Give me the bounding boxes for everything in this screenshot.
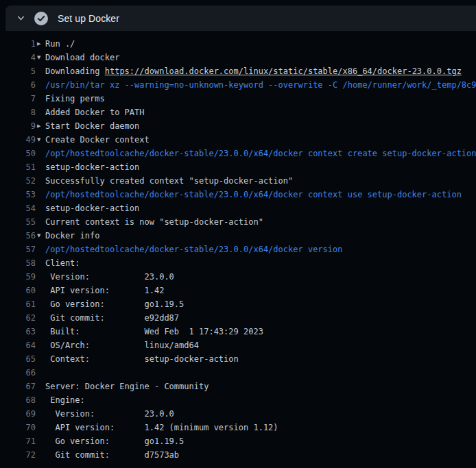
line-number[interactable]: 55 xyxy=(11,215,36,229)
line-number[interactable]: 63 xyxy=(11,325,36,338)
line-number[interactable]: 58 xyxy=(11,256,36,270)
log-text: Added Docker to PATH xyxy=(45,108,145,117)
log-text: API version: 1.42 (minimum version 1.12) xyxy=(45,423,278,432)
log-text: Server: Docker Engine - Community xyxy=(45,382,209,391)
log-text: Git commit: d7573ab xyxy=(45,450,179,460)
line-content: Go version: go1.19.5 xyxy=(45,434,184,448)
line-content: /usr/bin/tar xz --warning=no-unknown-key… xyxy=(45,78,476,92)
log-text: Current context is now "setup-docker-act… xyxy=(45,217,263,227)
log-line: 72 Git commit: d7573ab xyxy=(0,448,476,462)
line-number[interactable]: 71 xyxy=(11,434,36,448)
log-link[interactable]: https://download.docker.com/linux/static… xyxy=(105,66,462,76)
line-number[interactable]: 66 xyxy=(11,366,36,380)
line-number[interactable]: 50 xyxy=(11,147,36,160)
log-line: 61 Go version: go1.19.5 xyxy=(0,297,476,311)
line-number[interactable]: 65 xyxy=(11,352,36,366)
line-content: Git commit: e92dd87 xyxy=(45,311,179,325)
group-collapsed-icon: ▶ xyxy=(37,119,40,133)
log-text: Version: 23.0.0 xyxy=(45,409,174,419)
log-line: 62 Git commit: e92dd87 xyxy=(0,311,476,325)
log-command-text: /usr/bin/tar xz --warning=no-unknown-key… xyxy=(45,80,476,90)
line-content: Fixing perms xyxy=(45,92,105,106)
log-text: API version: 1.42 xyxy=(45,286,164,295)
line-number[interactable]: 60 xyxy=(11,284,36,297)
line-number[interactable]: 53 xyxy=(11,188,36,201)
line-number[interactable]: 4 xyxy=(11,51,36,64)
log-text: Git commit: e92dd87 xyxy=(45,313,179,323)
line-number[interactable]: 51 xyxy=(11,160,36,174)
log-text: Version: 23.0.0 xyxy=(45,272,174,282)
log-line: 71 Go version: go1.19.5 xyxy=(0,434,476,448)
log-text: Client: xyxy=(45,258,80,268)
log-text: Successfully created context "setup-dock… xyxy=(45,176,293,186)
log-line: 69 Version: 23.0.0 xyxy=(0,407,476,421)
line-number[interactable]: 70 xyxy=(11,421,36,434)
line-number[interactable]: 1 xyxy=(11,37,36,51)
log-group-line[interactable]: 56▼Docker info xyxy=(0,229,476,243)
line-number[interactable]: 5 xyxy=(11,64,36,78)
log-line: 65 Context: setup-docker-action xyxy=(0,352,476,366)
log-group-line[interactable]: 1▶Run ./ xyxy=(0,37,476,51)
line-content: Version: 23.0.0 xyxy=(45,407,174,421)
log-line: 68 Engine: xyxy=(0,393,476,407)
log-line: 52Successfully created context "setup-do… xyxy=(0,174,476,188)
step-title: Set up Docker xyxy=(58,13,119,24)
line-number[interactable]: 6 xyxy=(11,78,36,92)
line-number[interactable]: 67 xyxy=(11,380,36,393)
line-content: setup-docker-action xyxy=(45,160,139,174)
line-number[interactable]: 57 xyxy=(11,243,36,256)
log-text: Context: setup-docker-action xyxy=(45,354,239,364)
line-number[interactable]: 64 xyxy=(11,338,36,352)
log-text: Downloading xyxy=(45,66,105,76)
line-number[interactable]: 8 xyxy=(11,106,36,119)
log-text: Download docker xyxy=(45,53,119,62)
line-content: Context: setup-docker-action xyxy=(45,352,239,366)
line-number[interactable]: 62 xyxy=(11,311,36,325)
log-line: 51setup-docker-action xyxy=(0,160,476,174)
log-line: 59 Version: 23.0.0 xyxy=(0,270,476,284)
log-line: 54setup-docker-action xyxy=(0,201,476,215)
log-text: Go version: go1.19.5 xyxy=(45,436,184,446)
log-line: 70 API version: 1.42 (minimum version 1.… xyxy=(0,421,476,434)
log-text: setup-docker-action xyxy=(45,162,139,172)
log-text: OS/Arch: linux/amd64 xyxy=(45,341,199,350)
line-content: Engine: xyxy=(45,393,85,407)
log-group-line[interactable]: 9▶Start Docker daemon xyxy=(0,119,476,133)
line-number[interactable]: 7 xyxy=(11,92,36,106)
line-number[interactable]: 9 xyxy=(11,119,36,133)
log-line: 55Current context is now "setup-docker-a… xyxy=(0,215,476,229)
line-content: API version: 1.42 (minimum version 1.12) xyxy=(45,421,278,434)
log-group-line[interactable]: 4▼Download docker xyxy=(0,51,476,64)
step-header[interactable]: Set up Docker xyxy=(5,5,476,31)
group-expanded-icon: ▼ xyxy=(37,229,40,243)
line-number[interactable]: 59 xyxy=(11,270,36,284)
line-number[interactable]: 56 xyxy=(11,229,36,243)
line-number[interactable]: 49 xyxy=(11,133,36,147)
line-number[interactable]: 54 xyxy=(11,201,36,215)
line-content: ▼Docker info xyxy=(45,229,99,243)
line-number[interactable]: 61 xyxy=(11,297,36,311)
log-group-line[interactable]: 49▼Create Docker context xyxy=(0,133,476,147)
line-content: /opt/hostedtoolcache/docker-stable/23.0.… xyxy=(45,188,462,201)
chevron-down-icon[interactable] xyxy=(13,11,28,26)
log-console: 1▶Run ./4▼Download docker5Downloading ht… xyxy=(0,31,476,462)
group-collapsed-icon: ▶ xyxy=(37,37,40,51)
line-content: /opt/hostedtoolcache/docker-stable/23.0.… xyxy=(45,243,342,256)
line-content: Version: 23.0.0 xyxy=(45,270,174,284)
log-line: 60 API version: 1.42 xyxy=(0,284,476,297)
group-expanded-icon: ▼ xyxy=(37,51,40,64)
line-content: setup-docker-action xyxy=(45,201,139,215)
line-content: Go version: go1.19.5 xyxy=(45,297,184,311)
log-text: Docker info xyxy=(45,231,99,241)
log-text: Fixing perms xyxy=(45,94,105,103)
line-number[interactable]: 52 xyxy=(11,174,36,188)
line-number[interactable]: 69 xyxy=(11,407,36,421)
line-number[interactable]: 68 xyxy=(11,393,36,407)
line-number[interactable]: 72 xyxy=(11,448,36,462)
log-line: 58Client: xyxy=(0,256,476,270)
log-line: 8Added Docker to PATH xyxy=(0,106,476,119)
group-expanded-icon: ▼ xyxy=(37,133,40,147)
line-content: Built: Wed Feb 1 17:43:29 2023 xyxy=(45,325,263,338)
line-content: API version: 1.42 xyxy=(45,284,164,297)
log-command-text: /opt/hostedtoolcache/docker-stable/23.0.… xyxy=(45,245,342,254)
